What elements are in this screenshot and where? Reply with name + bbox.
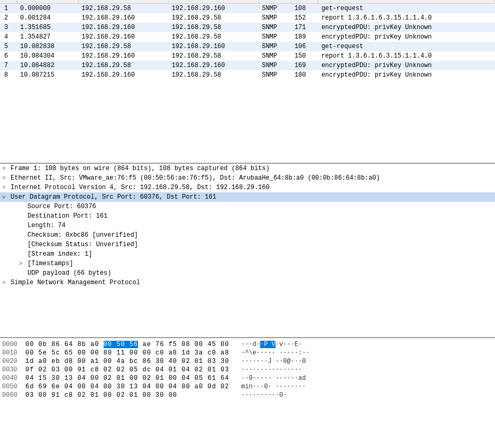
cell-info: report 1.3.6.1.6.3.15.1.1.4.0 (318, 51, 495, 61)
detail-row[interactable]: Source Port: 60376 (0, 202, 495, 211)
expand-arrow-icon: v (2, 194, 8, 200)
cell-destination: 192.168.29.58 (169, 51, 259, 61)
expand-arrow-icon: > (19, 260, 25, 267)
cell-time: 10.084304 (17, 51, 78, 61)
cell-source: 192.168.29.58 (78, 42, 169, 51)
cell-length: 180 (291, 70, 318, 80)
table-row[interactable]: 610.084304192.168.29.160192.168.29.58SNM… (0, 51, 495, 61)
detail-row[interactable]: > Simple Network Management Protocol (0, 278, 495, 287)
detail-row[interactable]: Checksum: 0xbc86 [unverified] (0, 230, 495, 240)
detail-text: Source Port: 60376 (28, 203, 96, 210)
hex-offset: 0010 (2, 349, 25, 357)
cell-source: 192.168.29.160 (78, 32, 169, 42)
hex-ascii: ···d··P V·v···E· (241, 341, 302, 348)
hex-row: 001000 5e 5c 65 00 00 80 11 00 00 c0 a8 … (0, 349, 495, 357)
table-row[interactable]: 710.084882192.168.29.58192.168.29.160SNM… (0, 61, 495, 70)
cell-source: 192.168.29.58 (78, 61, 169, 70)
detail-text: User Datagram Protocol, Src Port: 60376,… (11, 193, 216, 201)
detail-text: Destination Port: 161 (28, 212, 107, 220)
detail-text: UDP payload (66 bytes) (28, 269, 111, 277)
expand-arrow-icon: > (2, 184, 8, 191)
table-row[interactable]: 10.000000192.168.29.58192.168.29.160SNMP… (0, 4, 495, 14)
detail-row[interactable]: Length: 74 (0, 221, 495, 230)
detail-row[interactable]: > [Timestamps] (0, 259, 495, 268)
cell-info: encryptedPDU: privKey Unknown (318, 23, 495, 32)
detail-text: [Timestamps] (28, 260, 73, 267)
hex-row: 000000 0b 86 64 8b a0 00 50 56 ae 76 f5 … (0, 340, 495, 349)
table-row[interactable]: 41.354827192.168.29.160192.168.29.58SNMP… (0, 32, 495, 42)
table-row[interactable]: 31.351685192.168.29.160192.168.29.58SNMP… (0, 23, 495, 32)
hex-offset: 0020 (2, 358, 25, 365)
hex-offset: 0040 (2, 375, 25, 382)
cell-destination: 192.168.29.58 (169, 13, 259, 23)
detail-row[interactable]: [Stream index: 1] (0, 249, 495, 259)
table-row[interactable]: 810.087215192.168.29.160192.168.29.58SNM… (0, 70, 495, 80)
cell-protocol: SNMP (259, 51, 291, 61)
hex-row: 00201d a0 eb d8 00 a1 00 4a bc 86 30 40 … (0, 357, 495, 366)
detail-panel: > Frame 1: 108 bytes on wire (864 bits),… (0, 164, 495, 338)
cell-length: 108 (291, 4, 318, 14)
hex-ascii: ·^\e····· ·····:·· (241, 349, 310, 357)
detail-row[interactable]: v User Datagram Protocol, Src Port: 6037… (0, 192, 495, 202)
cell-protocol: SNMP (259, 32, 291, 42)
cell-info: encryptedPDU: privKey Unknown (318, 32, 495, 42)
cell-length: 150 (291, 51, 318, 61)
table-row[interactable]: 510.082838192.168.29.58192.168.29.160SNM… (0, 42, 495, 51)
hex-bytes: 03 00 91 c8 02 01 00 02 01 00 30 00 (25, 391, 237, 399)
cell-no: 1 (0, 4, 17, 14)
detail-row[interactable]: UDP payload (66 bytes) (0, 268, 495, 278)
cell-source: 192.168.29.160 (78, 51, 169, 61)
cell-source: 192.168.29.160 (78, 23, 169, 32)
cell-no: 6 (0, 51, 17, 61)
cell-protocol: SNMP (259, 23, 291, 32)
cell-length: 152 (291, 13, 318, 23)
detail-row[interactable]: [Checksum Status: Unverified] (0, 240, 495, 249)
cell-protocol: SNMP (259, 70, 291, 80)
hex-row: 00300f 02 03 00 91 c8 02 02 05 dc 04 01 … (0, 366, 495, 374)
expand-arrow-icon: > (2, 165, 8, 172)
cell-info: get-request (318, 4, 495, 14)
detail-row[interactable]: Destination Port: 161 (0, 211, 495, 221)
cell-time: 0.000000 (17, 4, 78, 14)
hex-bytes: 6d 69 6e 04 00 04 00 30 13 04 00 04 00 a… (25, 383, 237, 390)
hex-offset: 0050 (2, 383, 25, 390)
detail-row[interactable]: > Frame 1: 108 bytes on wire (864 bits),… (0, 164, 495, 173)
cell-no: 8 (0, 70, 17, 80)
detail-text: [Stream index: 1] (28, 250, 92, 258)
cell-destination: 192.168.29.160 (169, 4, 259, 14)
cell-time: 1.354827 (17, 32, 78, 42)
cell-destination: 192.168.29.58 (169, 23, 259, 32)
cell-no: 4 (0, 32, 17, 42)
cell-time: 10.087215 (17, 70, 78, 80)
detail-text: Internet Protocol Version 4, Src: 192.16… (11, 184, 270, 191)
detail-text: Frame 1: 108 bytes on wire (864 bits), 1… (11, 165, 270, 172)
hex-row: 004004 15 30 13 04 00 02 01 00 02 01 00 … (0, 374, 495, 382)
hex-ascii: ················ (241, 366, 302, 374)
cell-length: 106 (291, 42, 318, 51)
cell-time: 10.084882 (17, 61, 78, 70)
cell-destination: 192.168.29.160 (169, 61, 259, 70)
cell-source: 192.168.29.58 (78, 4, 169, 14)
expand-arrow-icon: > (2, 279, 8, 286)
hex-ascii: ··········0· (241, 391, 287, 399)
cell-info: encryptedPDU: privKey Unknown (318, 61, 495, 70)
cell-protocol: SNMP (259, 61, 291, 70)
cell-source: 192.168.29.160 (78, 70, 169, 80)
cell-info: get-request (318, 42, 495, 51)
cell-destination: 192.168.29.58 (169, 32, 259, 42)
hex-offset: 0000 (2, 341, 25, 348)
hex-ascii: min···0· ········ (241, 383, 306, 390)
detail-row[interactable]: > Ethernet II, Src: VMware_ae:76:f5 (00:… (0, 173, 495, 183)
cell-info: encryptedPDU: privKey Unknown (318, 70, 495, 80)
cell-no: 2 (0, 13, 17, 23)
detail-text: Length: 74 (28, 222, 66, 229)
cell-info: report 1.3.6.1.6.3.15.1.1.4.0 (318, 13, 495, 23)
cell-destination: 192.168.29.58 (169, 70, 259, 80)
hex-bytes: 0f 02 03 00 91 c8 02 02 05 dc 04 01 04 0… (25, 366, 237, 374)
detail-row[interactable]: > Internet Protocol Version 4, Src: 192.… (0, 183, 495, 192)
table-row[interactable]: 20.001284192.168.29.160192.168.29.58SNMP… (0, 13, 495, 23)
detail-text: Simple Network Management Protocol (11, 279, 140, 286)
hex-row: 00506d 69 6e 04 00 04 00 30 13 04 00 04 … (0, 382, 495, 391)
hex-bytes: 1d a0 eb d8 00 a1 00 4a bc 86 30 40 02 0… (25, 358, 237, 365)
cell-no: 7 (0, 61, 17, 70)
